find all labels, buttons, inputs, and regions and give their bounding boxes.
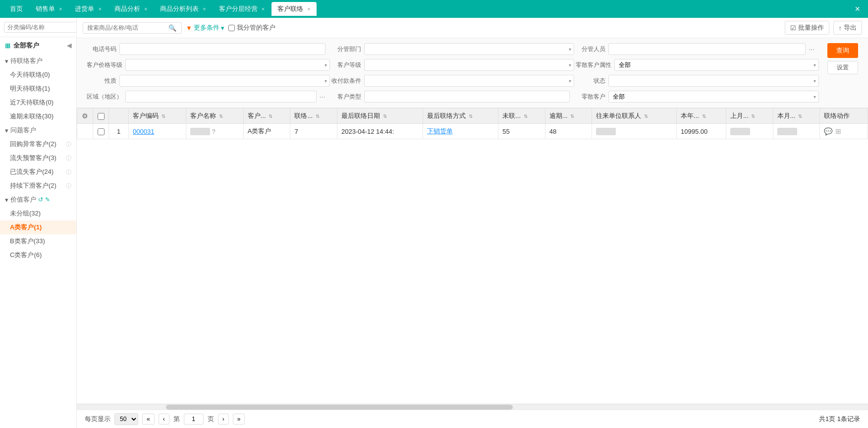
first-page-button[interactable]: « [142,414,155,425]
col-last-method[interactable]: 最后联络方式 ⇅ [423,108,498,124]
comment-icon[interactable]: 💬 [824,127,832,135]
col-type[interactable]: 客户... ⇅ [243,108,290,124]
col-contact[interactable]: 联络... ⇅ [290,108,337,124]
export-button[interactable]: ↑ 导出 [833,21,863,35]
col-this-month[interactable]: 本月... ⇅ [773,108,820,124]
sort-contact-icon: ⇅ [316,113,320,119]
nav-tab-sales[interactable]: 销售单 × [30,2,68,16]
row-last-month [726,124,773,139]
phone-input[interactable] [119,43,326,55]
close-all-button[interactable]: × [851,4,864,14]
batch-op-button[interactable]: ☑ 批量操作 [785,21,829,35]
prev-page-button[interactable]: ‹ [159,414,169,425]
query-button[interactable]: 查询 [827,43,858,58]
customer-code-link[interactable]: 000031 [133,128,154,135]
next-page-button[interactable]: › [218,414,229,425]
col-name[interactable]: 客户名称 ⇅ [186,108,243,124]
sort-last-month-icon: ⇅ [751,113,755,119]
manager-input[interactable] [608,43,806,55]
close-purchase-tab[interactable]: × [98,6,101,12]
sidebar-item-class-c[interactable]: C类客户(6) [0,248,76,262]
sidebar-item-tomorrow[interactable]: 明天待联络(1) [0,82,76,96]
sidebar-item-repurchase-anomaly[interactable]: 回购异常客户(2) ⓘ [0,137,76,151]
problem-customers-label: 问题客户 [10,126,36,135]
filter-search-icon[interactable]: 🔍 [168,24,176,32]
nav-tab-analysis[interactable]: 商品分析 × [108,2,153,16]
my-customers-checkbox[interactable] [228,25,235,31]
retail-attr-input[interactable] [614,59,819,71]
dept-select[interactable] [364,43,575,55]
region-input[interactable] [125,91,317,103]
sidebar-item-class-a[interactable]: A类客户(1) [0,220,76,234]
sidebar-search-input[interactable] [4,22,77,33]
row-checkbox[interactable] [98,128,105,135]
payment-input[interactable] [364,75,575,87]
scroll-thumb[interactable] [166,405,513,410]
sidebar-item-today[interactable]: 今天待联络(0) [0,68,76,82]
retail-customer-input[interactable] [608,91,819,103]
sort-last-date-icon: ⇅ [383,113,387,119]
manager-more-btn[interactable]: ··· [809,45,814,53]
col-this-year[interactable]: 本年... ⇅ [677,108,726,124]
select-all-checkbox[interactable] [98,113,105,120]
sidebar-item-churn-warning[interactable]: 流失预警客户(3) ⓘ [0,151,76,165]
filter-row-2: 客户价格等级 ▾ 客户等级 ▾ [87,59,814,71]
sidebar-item-churned[interactable]: 已流失客户(24) ⓘ [0,165,76,179]
filter-customer-tier-field: 客户等级 ▾ [331,59,570,71]
filter-dept-field: 分管部门 ▾ [331,43,570,55]
close-customer-tier-tab[interactable]: × [262,6,265,12]
price-tier-wrapper [125,59,330,71]
nav-tab-customer-contact[interactable]: 客户联络 × [271,2,316,16]
sidebar-item-declining[interactable]: 持续下滑客户(2) ⓘ [0,179,76,193]
sidebar-item-7days[interactable]: 近7天待联络(0) [0,96,76,109]
sidebar-all-customers-header[interactable]: ⊞ 全部客户 ◀ [0,37,76,54]
refresh-icon[interactable]: ↺ [38,196,43,203]
close-analysis-tab[interactable]: × [144,6,147,12]
customer-tier-input[interactable] [364,59,575,71]
group-value-customers[interactable]: ▾ 价值客户 ↺ ✎ [0,193,76,207]
customer-type-input[interactable] [364,91,570,103]
filter-search-input[interactable] [87,24,166,31]
group-pending-contact[interactable]: ▾ 待联络客户 [0,54,76,68]
collapse-sidebar-btn[interactable]: ◀ [67,42,71,49]
row-actions: 💬 ⊞ [820,124,868,139]
qr-icon[interactable]: ⊞ [835,127,841,135]
retail-attr-wrapper [614,59,819,71]
col-last-date[interactable]: 最后联络日期 ⇅ [337,108,423,124]
price-tier-input[interactable] [125,59,330,71]
nav-home[interactable]: 首页 [4,4,29,13]
close-sales-tab[interactable]: × [59,6,62,12]
status-input[interactable] [608,75,819,87]
col-last-month[interactable]: 上月... ⇅ [726,108,773,124]
sort-type-icon: ⇅ [269,113,272,119]
payment-wrapper [364,75,575,87]
per-page-select[interactable]: 50 [114,413,138,425]
sidebar-item-ungrouped[interactable]: 未分组(32) [0,207,76,220]
close-analysis-list-tab[interactable]: × [203,6,206,12]
region-more-btn[interactable]: ··· [320,93,326,101]
last-method-link[interactable]: 下销货单 [427,127,453,135]
col-no-contact[interactable]: 未联... ⇅ [498,108,545,124]
nav-tab-analysis-list[interactable]: 商品分析列表 × [154,2,212,16]
sidebar-item-class-b[interactable]: B类客户(33) [0,234,76,248]
last-page-button[interactable]: » [233,414,245,425]
group-problem-customers[interactable]: ▾ 问题客户 [0,123,76,137]
close-customer-contact-tab[interactable]: × [307,6,310,12]
sidebar-item-overdue[interactable]: 逾期未联络(30) [0,109,76,123]
page-number-input[interactable] [184,414,204,425]
col-code[interactable]: 客户编码 ⇅ [129,108,186,124]
settings-button[interactable]: 设置 [827,61,858,74]
nav-tab-purchase[interactable]: 进货单 × [69,2,107,16]
col-overdue[interactable]: 逾期... ⇅ [545,108,592,124]
nav-tab-customer-tier[interactable]: 客户分层经营 × [213,2,271,16]
row-type: A类客户 [243,124,290,139]
col-unit-contact[interactable]: 往来单位联系人 ⇅ [592,108,677,124]
more-filters-button[interactable]: ▼ 更多条件 ▾ [186,23,224,32]
region-label: 区域（地区） [87,93,122,101]
horizontal-scrollbar[interactable] [77,404,868,410]
my-customers-checkbox-label[interactable]: 我分管的客户 [228,23,275,32]
customer-tier-wrapper [364,59,575,71]
nature-input[interactable] [119,75,330,87]
edit-icon[interactable]: ✎ [45,196,50,203]
table-gear-icon[interactable]: ⚙ [82,112,88,120]
